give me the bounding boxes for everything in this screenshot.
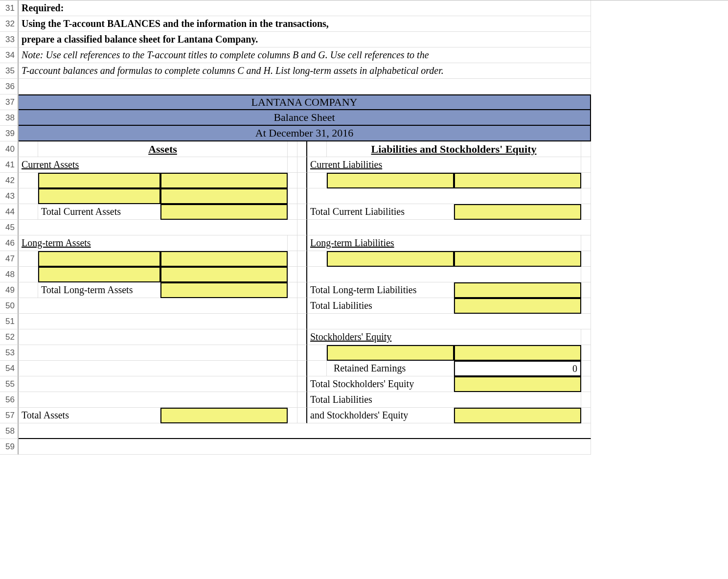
input-se-value-1[interactable] <box>454 345 581 361</box>
input-lt-liab-value-1[interactable] <box>454 251 581 267</box>
note-line: T-account balances and formulas to compl… <box>19 63 591 79</box>
row-number: 40 <box>0 141 19 157</box>
row-number: 56 <box>0 392 19 408</box>
input-lt-liab-name-1[interactable] <box>327 251 454 267</box>
empty-cell <box>19 282 38 298</box>
note-line: Note: Use cell references to the T-accou… <box>19 47 591 63</box>
empty-cell <box>19 392 297 408</box>
row-number: 33 <box>0 32 19 47</box>
empty-cell <box>307 173 327 188</box>
row-number: 57 <box>0 408 19 423</box>
retained-earnings-value[interactable]: 0 <box>454 361 581 376</box>
row-number: 39 <box>0 126 19 141</box>
total-liab-label: Total Liabilities <box>307 298 454 314</box>
empty-cell <box>581 251 591 267</box>
row-number: 34 <box>0 47 19 63</box>
input-total-liab-se[interactable] <box>454 408 581 423</box>
divider-cell <box>297 251 307 267</box>
row-number: 31 <box>0 0 19 16</box>
row-number: 51 <box>0 314 19 329</box>
input-total-liab[interactable] <box>454 298 581 314</box>
divider-cell <box>297 188 307 204</box>
empty-cell <box>288 282 297 298</box>
empty-cell <box>581 282 591 298</box>
empty-cell <box>307 267 581 282</box>
divider-cell <box>297 392 307 408</box>
row-number: 54 <box>0 361 19 376</box>
row-number: 48 <box>0 267 19 282</box>
empty-cell <box>288 173 297 188</box>
empty-cell <box>581 267 591 282</box>
divider-cell <box>297 345 307 361</box>
empty-cell <box>19 314 297 329</box>
row-number: 35 <box>0 63 19 79</box>
input-lt-asset-value-1[interactable] <box>160 251 288 267</box>
empty-cell <box>581 329 591 345</box>
total-lt-assets-label: Total Long-term Assets <box>38 282 160 298</box>
empty-cell <box>19 345 297 361</box>
empty-cell <box>581 392 591 408</box>
text-required: Required: <box>19 0 591 16</box>
empty-cell <box>288 267 297 282</box>
input-lt-asset-name-1[interactable] <box>38 251 160 267</box>
input-total-current-liab[interactable] <box>454 204 581 220</box>
assets-heading: Assets <box>38 141 288 157</box>
input-current-asset-value-2[interactable] <box>160 188 288 204</box>
row-number: 44 <box>0 204 19 220</box>
empty-cell <box>581 157 591 173</box>
row-number: 58 <box>0 423 19 439</box>
empty-cell <box>19 267 38 282</box>
long-term-assets-label: Long-term Assets <box>19 235 288 251</box>
company-header: LANTANA COMPANY <box>19 94 591 110</box>
empty-cell <box>307 314 591 329</box>
text-line: prepare a classified balance sheet for L… <box>19 32 591 47</box>
empty-cell <box>288 141 297 157</box>
empty-cell <box>19 376 297 392</box>
row-number: 50 <box>0 298 19 314</box>
empty-cell <box>581 376 591 392</box>
input-lt-asset-name-2[interactable] <box>38 267 160 282</box>
empty-cell <box>19 220 297 235</box>
sheet-date: At December 31, 2016 <box>19 126 591 141</box>
empty-cell <box>19 298 297 314</box>
row-number: 49 <box>0 282 19 298</box>
empty-cell <box>19 423 591 439</box>
input-current-liab-name-1[interactable] <box>327 173 454 188</box>
stockholders-equity-label: Stockholders' Equity <box>307 329 581 345</box>
divider-cell <box>297 235 307 251</box>
total-assets-label: Total Assets <box>19 408 160 423</box>
empty-cell <box>288 251 297 267</box>
input-total-lt-liab[interactable] <box>454 282 581 298</box>
total-current-liab-label: Total Current Liabilities <box>307 204 454 220</box>
input-lt-asset-value-2[interactable] <box>160 267 288 282</box>
empty-cell <box>19 251 38 267</box>
input-current-liab-value-1[interactable] <box>454 173 581 188</box>
empty-cell <box>581 188 591 204</box>
input-current-asset-value-1[interactable] <box>160 173 288 188</box>
divider-cell <box>297 157 307 173</box>
empty-cell <box>581 408 591 423</box>
divider-cell <box>297 204 307 220</box>
input-se-name-1[interactable] <box>327 345 454 361</box>
current-liabilities-label: Current Liabilities <box>307 157 581 173</box>
current-assets-label: Current Assets <box>19 157 288 173</box>
divider-cell <box>297 408 307 423</box>
empty-cell <box>307 251 327 267</box>
input-total-current-assets[interactable] <box>160 204 288 220</box>
input-total-assets[interactable] <box>160 408 288 423</box>
row-number: 37 <box>0 94 19 110</box>
empty-cell <box>581 298 591 314</box>
divider-cell <box>297 267 307 282</box>
input-total-se[interactable] <box>454 376 581 392</box>
divider-cell <box>297 314 307 329</box>
empty-cell <box>581 173 591 188</box>
total-lt-liab-label: Total Long-term Liabilities <box>307 282 454 298</box>
row-number: 46 <box>0 235 19 251</box>
empty-cell <box>581 361 591 376</box>
total-current-assets-label: Total Current Assets <box>38 204 160 220</box>
input-total-lt-assets[interactable] <box>160 282 288 298</box>
input-current-asset-name-1[interactable] <box>38 173 160 188</box>
empty-cell <box>288 157 297 173</box>
input-current-asset-name-2[interactable] <box>38 188 160 204</box>
row-number: 45 <box>0 220 19 235</box>
